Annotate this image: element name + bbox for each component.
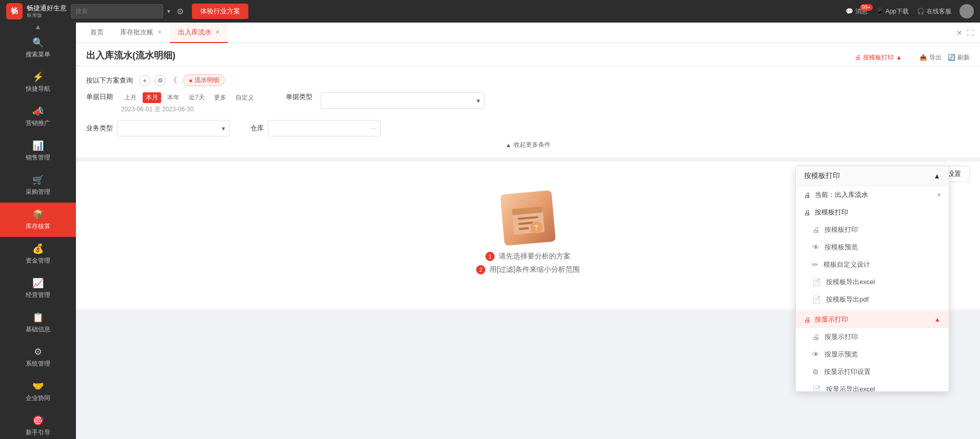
tab-maximize-icon[interactable]: ⛶ [967,29,974,37]
display-excel-label: 按显示导出excel [826,385,875,391]
dropdown-divider [796,309,949,310]
dropdown-title: 按模板打印 [804,171,840,181]
sidebar-item-enterprise[interactable]: 🤝 企业协同 [0,374,76,409]
sidebar-item-label: 营销推广 [26,119,50,128]
user-avatar-item[interactable] [959,4,974,18]
display-section-label: 按显示打印 [815,315,848,324]
settings-icon[interactable]: ⚙ [177,7,184,16]
industry-solution-button[interactable]: 体验行业方案 [192,4,248,19]
print-chevron-up-icon: ▲ [896,54,902,61]
dropdown-display-section-header[interactable]: 🖨 按显示打印 ▲ [796,311,949,328]
date-label: 单据日期 [86,92,113,102]
search-dropdown-icon[interactable]: ▾ [167,8,170,15]
business-type-select[interactable]: ▾ [117,120,230,136]
dropdown-item-template-preview[interactable]: 👁 按模板预览 [796,238,949,256]
toolbar-divider: ··· [908,54,913,61]
sidebar-item-label: 系统管理 [26,360,50,368]
inventory-icon: 📦 [32,209,44,220]
headset-icon: 🎧 [917,8,925,15]
sidebar-scroll-up[interactable]: ▲ [0,23,76,31]
sales-icon: 📊 [32,140,44,151]
sidebar-item-guide[interactable]: 🎯 新手引导 [0,409,76,439]
app-brand: 畅捷通好生意 标准版 [27,4,67,18]
app-download-item[interactable]: 📱 App下载 [876,7,909,16]
main-layout: ▲ 🔍 搜索菜单 ⚡ 快捷导航 📣 营销推广 📊 销售管理 🛒 采购管理 📦 库… [0,23,980,439]
collapse-more-button[interactable]: ▲ 收起更多条件 [86,141,970,149]
tab-batch-account-close[interactable]: ✕ [158,29,162,35]
refresh-button[interactable]: 🔄 刷新 [948,53,970,62]
date-chip-this-year[interactable]: 本年 [164,92,183,103]
page: 出入库流水(流水明细) 🖨 按模板打印 ▲ ··· 📤 导出 [76,43,980,439]
dropdown-item-template-print[interactable]: 🖨 按模板打印 [796,221,949,238]
sidebar-item-purchase[interactable]: 🛒 采购管理 [0,168,76,203]
sidebar-item-search[interactable]: 🔍 搜索菜单 [0,31,76,65]
sidebar-item-quick-nav[interactable]: ⚡ 快捷导航 [0,65,76,99]
sidebar-item-label: 采购管理 [26,188,50,196]
template-excel-icon: 📄 [812,278,821,286]
warehouse-field: 仓库 ··· [250,120,381,136]
dropdown-current-section[interactable]: 🖨 当前：出入库流水 ▾ [796,186,949,204]
sidebar-item-system[interactable]: ⚙ 系统管理 [0,340,76,374]
date-chip-this-month[interactable]: 本月 [143,92,161,103]
filter-settings-button[interactable]: ⚙ [154,75,166,86]
export-icon: 📤 [919,54,927,61]
tab-close-all-icon[interactable]: ✕ [956,29,963,37]
dropdown-item-display-print[interactable]: 🖨 按显示打印 [796,328,949,346]
type-label: 单据类型 [286,92,312,102]
sidebar-item-base-info[interactable]: 📋 基础信息 [0,306,76,340]
display-preview-label: 按显示预览 [825,350,858,359]
dropdown-header-chevron-up[interactable]: ▲ [933,172,940,180]
tab-batch-account[interactable]: 库存批次账 ✕ [112,23,170,43]
dropdown-item-display-excel[interactable]: 📄 按显示导出excel [796,381,949,391]
template-excel-label: 按模板导出excel [826,277,875,287]
warehouse-select[interactable]: ··· [268,120,381,136]
dropdown-item-template-custom[interactable]: ✏ 模板自定义设计 [796,256,949,273]
sidebar-item-operations[interactable]: 📈 经营管理 [0,271,76,306]
date-chip-custom[interactable]: 自定义 [232,92,257,103]
dropdown-template-section-header[interactable]: 🖨 按模板打印 [796,204,949,221]
filter-tag-liushuimingxi[interactable]: ● 流水明细 [183,74,225,86]
filter-add-button[interactable]: + [139,75,150,86]
search-input[interactable] [71,4,163,18]
app-icon: 📱 [876,8,884,15]
sidebar-item-marketing[interactable]: 📣 营销推广 [0,99,76,134]
base-info-icon: 📋 [32,312,44,323]
dropdown-item-display-settings[interactable]: ⚙ 按显示打印设置 [796,363,949,381]
message-item[interactable]: 💬 消息 99+ [846,7,868,16]
empty-state-hint2: 2 用[过滤]条件来缩小分析范围 [476,265,580,274]
tab-home[interactable]: 首页 [82,23,112,43]
template-preview-label: 按模板预览 [825,243,858,252]
filter-tag-icon: ● [189,77,192,84]
export-button[interactable]: 📤 导出 [919,53,942,62]
purchase-icon: 🛒 [32,174,44,186]
message-icon: 💬 [846,8,853,15]
sidebar-item-sales[interactable]: 📊 销售管理 [0,134,76,168]
tab-inout-flow[interactable]: 出入库流水 ✕ [170,23,228,43]
dropdown-item-display-preview[interactable]: 👁 按显示预览 [796,346,949,363]
guide-icon: 🎯 [32,415,44,426]
print-template-button[interactable]: 🖨 按模板打印 ▲ [855,53,902,62]
dropdown-item-template-excel[interactable]: 📄 按模板导出excel [796,273,949,291]
date-chip-7days[interactable]: 近7天 [186,92,208,103]
date-chip-last-month[interactable]: 上月 [121,92,140,103]
filter-area: 按以下方案查询 + ⚙ 《 ● 流水明细 单据日期 [76,66,980,157]
tabbar-actions: ✕ ⛶ [956,29,974,37]
template-section-icon: 🖨 [804,209,811,216]
sidebar-item-label: 基础信息 [26,325,50,334]
filter-label: 按以下方案查询 [86,76,133,85]
display-preview-icon: 👁 [812,350,819,358]
customer-service-item[interactable]: 🎧 在线客服 [917,7,951,16]
filter-tag-label: 流水明细 [194,76,219,85]
tab-inout-flow-close[interactable]: ✕ [215,29,220,35]
date-chips: 上月 本月 本年 近7天 更多 自定义 [121,92,257,103]
sidebar-item-label: 资金管理 [26,256,50,265]
sidebar: ▲ 🔍 搜索菜单 ⚡ 快捷导航 📣 营销推广 📊 销售管理 🛒 采购管理 📦 库… [0,23,76,439]
date-chip-more[interactable]: 更多 [211,92,229,103]
sidebar-item-label: 搜索菜单 [26,50,50,59]
sidebar-item-finance[interactable]: 💰 资金管理 [0,237,76,271]
type-select[interactable]: ▾ [321,92,485,109]
sidebar-item-label: 企业协同 [26,394,50,403]
dropdown-item-template-pdf[interactable]: 📄 按模板导出pdf [796,291,949,308]
sidebar-item-inventory[interactable]: 📦 库存核算 [0,203,76,237]
filter-collapse-icon[interactable]: 《 [170,76,177,85]
